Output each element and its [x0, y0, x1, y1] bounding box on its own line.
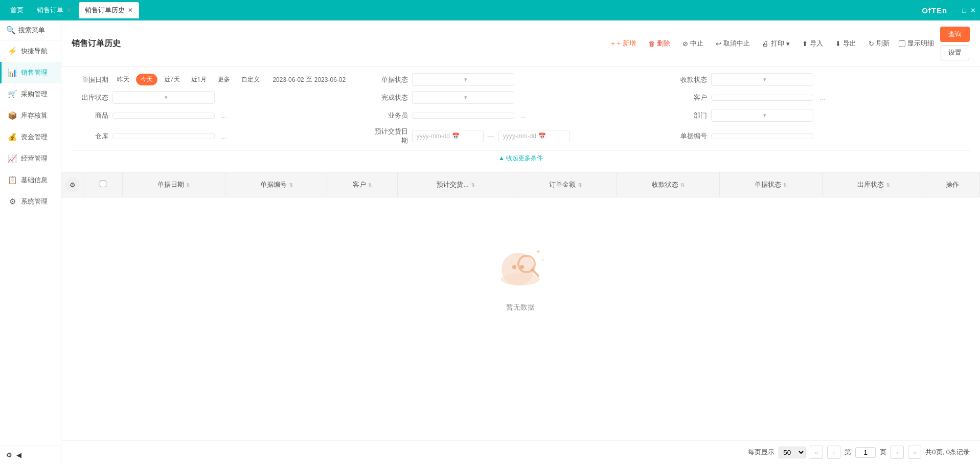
col-bill-no-label: 单据编号 [260, 181, 287, 188]
sidebar-item-operations[interactable]: 📈 经营管理 [0, 148, 61, 169]
page-size-select[interactable]: 50 10 20 100 [779, 447, 806, 458]
warehouse-select[interactable] [112, 133, 215, 139]
sidebar-item-purchase-mgmt[interactable]: 🛒 采购管理 [0, 83, 61, 105]
export-button[interactable]: ⬇ 导出 [832, 37, 859, 50]
inventory-icon: 📦 [8, 111, 17, 120]
sidebar-bottom[interactable]: ⚙ ◀ [0, 446, 61, 464]
col-expected-date-header[interactable]: 预计交货... ⇅ [397, 172, 514, 197]
col-bill-no-sort: ⇅ [289, 182, 293, 188]
page-number-input[interactable] [855, 447, 876, 458]
sidebar: 🔍 搜索菜单 ⚡ 快捷导航 📊 销售管理 🛒 采购管理 📦 库存核算 💰 资金管… [0, 20, 61, 464]
bill-no-input[interactable] [711, 133, 813, 139]
col-customer-sort: ⇅ [368, 182, 372, 188]
salesman-more-btn[interactable]: ... [520, 112, 526, 119]
next-page-btn[interactable]: › [891, 446, 904, 459]
expected-date-to[interactable]: yyyy-mm-dd 📅 [498, 130, 570, 142]
date-quick-buttons: 昨天 今天 近7天 近1月 更多 自定义 [112, 74, 264, 85]
date-btn-yesterday[interactable]: 昨天 [112, 74, 134, 85]
tab-home[interactable]: 首页 [4, 2, 30, 18]
complete-status-select[interactable]: ▾ [412, 91, 514, 104]
new-button[interactable]: + + 新增 [608, 37, 639, 50]
date-sep: — [488, 132, 494, 140]
sidebar-item-basic-info[interactable]: 📋 基础信息 [0, 169, 61, 191]
settings-button[interactable]: 设置 [941, 45, 969, 60]
col-settings-header: ⚙ [61, 172, 84, 197]
table-settings-btn[interactable]: ⚙ [65, 178, 80, 192]
date-filter-content: 昨天 今天 近7天 近1月 更多 自定义 2023-06-02 至 2023-0… [112, 74, 371, 85]
col-bill-no-header[interactable]: 单据编号 ⇅ [225, 172, 328, 197]
sidebar-item-inventory[interactable]: 📦 库存核算 [0, 105, 61, 126]
stop-button[interactable]: ⊘ 中止 [679, 37, 706, 50]
collapse-label: 收起更多条件 [506, 154, 543, 162]
date-btn-more[interactable]: 更多 [213, 74, 235, 85]
first-page-btn[interactable]: « [810, 446, 823, 459]
goods-more-btn[interactable]: ... [221, 112, 226, 119]
col-out-status-header[interactable]: 出库状态 ⇅ [822, 172, 925, 197]
first-page-icon: « [815, 449, 818, 456]
prev-page-btn[interactable]: ‹ [827, 446, 840, 459]
sidebar-item-quick-nav[interactable]: ⚡ 快捷导航 [0, 40, 61, 62]
tab-sales-order-history-close[interactable]: ✕ [128, 7, 133, 14]
sidebar-collapse-icon[interactable]: ◀ [16, 451, 21, 459]
print-button[interactable]: 🖨 打印 ▾ [759, 37, 793, 50]
warehouse-more-btn[interactable]: ... [221, 132, 226, 140]
new-icon: + [611, 40, 615, 48]
sidebar-search[interactable]: 🔍 搜索菜单 [0, 20, 61, 40]
maximize-btn[interactable]: □ [962, 7, 966, 14]
last-page-btn[interactable]: » [908, 446, 921, 459]
salesman-select[interactable] [412, 113, 514, 119]
refresh-button[interactable]: ↻ 刷新 [865, 37, 893, 50]
bill-status-select[interactable]: ▾ [412, 73, 514, 86]
display-col-checkbox-input[interactable] [899, 40, 905, 47]
expected-date-from[interactable]: yyyy-mm-dd 📅 [412, 130, 484, 142]
brand-label: OfTEn [922, 6, 947, 15]
new-label: + 新增 [617, 39, 636, 48]
sidebar-item-finance[interactable]: 💰 资金管理 [0, 126, 61, 148]
customer-select[interactable] [711, 95, 813, 101]
complete-status-label: 完成状态 [371, 93, 412, 102]
out-status-content: ▾ [112, 91, 371, 104]
date-btn-today[interactable]: 今天 [136, 74, 157, 85]
dept-label: 部门 [670, 111, 711, 120]
tab-sales-order-history-label: 销售订单历史 [85, 6, 125, 15]
date-btn-1month[interactable]: 近1月 [187, 74, 212, 85]
date-range-sep: 至 [306, 75, 312, 84]
goods-select[interactable] [112, 113, 215, 119]
tab-sales-order-history[interactable]: 销售订单历史 ✕ [79, 2, 139, 18]
page-label: 第 [845, 448, 851, 457]
payment-status-select[interactable]: ▾ [711, 73, 813, 86]
tab-sales-order-close[interactable]: ✕ [66, 7, 72, 14]
col-payment-status-header[interactable]: 收款状态 ⇅ [617, 172, 719, 197]
out-status-select[interactable]: ▾ [112, 91, 215, 104]
toolbar: + + 新增 🗑 删除 ⊘ 中止 ↩ 取消中止 🖨 打印 [608, 27, 970, 60]
dept-select[interactable]: ▾ [711, 109, 813, 122]
system-icon: ⚙ [8, 197, 17, 206]
date-btn-7days[interactable]: 近7天 [159, 74, 185, 85]
import-button[interactable]: ⬆ 导入 [799, 37, 826, 50]
col-bill-date-header[interactable]: 单据日期 ⇅ [122, 172, 225, 197]
tab-sales-order[interactable]: 销售订单 ✕ [31, 2, 78, 18]
display-col-toggle[interactable]: 显示明细 [899, 39, 934, 48]
select-all-checkbox[interactable] [100, 181, 106, 187]
date-range-display: 2023-06-02 至 2023-06-02 [272, 75, 346, 84]
date-to-value: 2023-06-02 [314, 76, 346, 83]
query-button[interactable]: 查询 [940, 27, 970, 42]
total-text: 共0页, 0条记录 [925, 448, 970, 457]
svg-point-2 [512, 265, 516, 269]
sidebar-item-system[interactable]: ⚙ 系统管理 [0, 191, 61, 212]
close-btn[interactable]: ✕ [970, 7, 976, 14]
collapse-row[interactable]: ▲ 收起更多条件 [72, 150, 970, 166]
refresh-icon: ↻ [869, 40, 874, 48]
customer-more-btn[interactable]: ... [819, 94, 825, 101]
filter-row-1: 单据日期 昨天 今天 近7天 近1月 更多 自定义 2023-06-02 至 2… [72, 73, 970, 86]
sidebar-item-sales-mgmt[interactable]: 📊 销售管理 [0, 62, 61, 83]
col-order-amount-header[interactable]: 订单金额 ⇅ [514, 172, 617, 197]
date-btn-custom[interactable]: 自定义 [237, 74, 264, 85]
cancel-stop-button[interactable]: ↩ 取消中止 [713, 37, 753, 50]
minimize-btn[interactable]: — [951, 7, 958, 14]
delete-button[interactable]: 🗑 删除 [645, 37, 673, 50]
col-bill-status-header[interactable]: 单据状态 ⇅ [719, 172, 822, 197]
sidebar-settings-icon[interactable]: ⚙ [6, 451, 12, 459]
col-customer-header[interactable]: 客户 ⇅ [328, 172, 397, 197]
print-icon: 🖨 [762, 40, 769, 48]
